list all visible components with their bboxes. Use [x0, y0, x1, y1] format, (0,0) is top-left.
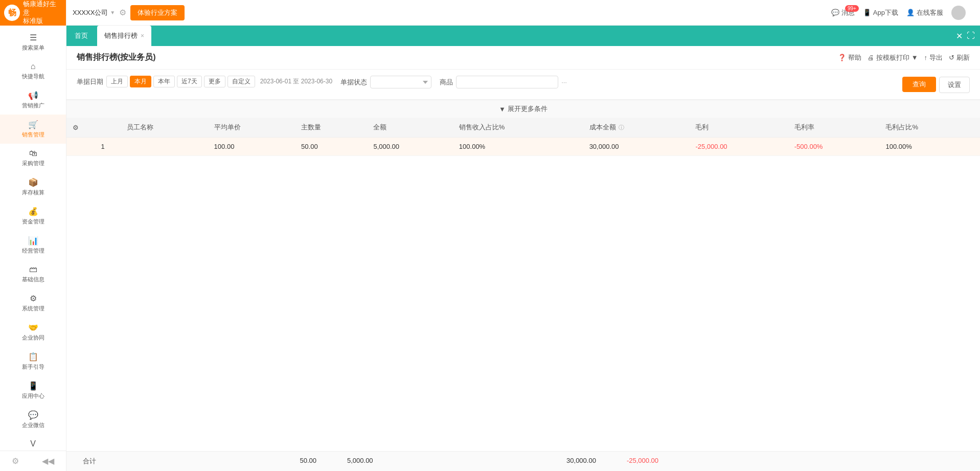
- filter-action-buttons: 查询 设置: [902, 76, 970, 93]
- sidebar-item-sales[interactable]: 🛒 销售管理: [0, 115, 66, 144]
- col-cost: 成本全额 ⓘ: [583, 118, 690, 138]
- sidebar-item-wechat[interactable]: 💬 企业微信: [0, 405, 66, 434]
- message-button[interactable]: 💬 消息 99+: [831, 8, 855, 17]
- sidebar-label-system: 系统管理: [22, 305, 44, 312]
- apps-icon: 📱: [28, 381, 38, 391]
- sidebar-label-nav: 快捷导航: [22, 73, 44, 80]
- collapse-icon[interactable]: ◀◀: [42, 456, 54, 466]
- tab-close-window-icon[interactable]: ✕: [956, 31, 963, 41]
- goods-filter-label: 商品: [440, 78, 453, 87]
- row-name: [121, 138, 208, 156]
- export-button[interactable]: ↑ 导出: [924, 53, 943, 62]
- date-btn-本月[interactable]: 本月: [130, 76, 151, 87]
- col-amount: 全额: [367, 118, 452, 138]
- table-area: ⚙ 员工名称 平均单价 主数量 全额 销售收入占比% 成本全额 ⓘ 毛利 毛利率…: [66, 118, 980, 451]
- filter-section: 单据日期 上月本月本年近7天更多自定义 2023-06-01 至 2023-06…: [66, 70, 980, 118]
- col-rank: [85, 118, 121, 138]
- filter-bar: 单据日期 上月本月本年近7天更多自定义 2023-06-01 至 2023-06…: [66, 70, 980, 100]
- tab-close-icon[interactable]: ×: [141, 32, 144, 39]
- sidebar-item-finance[interactable]: 💰 资金管理: [0, 201, 66, 231]
- date-btn-自定义[interactable]: 自定义: [227, 76, 255, 87]
- sidebar-item-operations[interactable]: 📊 经营管理: [0, 231, 66, 260]
- expand-button[interactable]: ▼ 展开更多条件: [499, 104, 548, 114]
- date-btn-近7天[interactable]: 近7天: [177, 76, 202, 87]
- row-gross-rate: -500.00%: [788, 138, 880, 156]
- avatar[interactable]: [951, 6, 966, 20]
- print-button[interactable]: 🖨 按模板打印 ▼: [868, 53, 918, 62]
- goods-more-icon[interactable]: ···: [561, 78, 567, 86]
- sidebar-label-purchase: 采购管理: [22, 160, 44, 167]
- app-label: App下载: [873, 8, 898, 17]
- sidebar-nav: ☰ 搜索菜单 ⌂ 快捷导航 📢 营销推广 🛒 销售管理 🛍 采购管理 📦 库存核…: [0, 26, 66, 451]
- sidebar-item-basic[interactable]: 🗃 基础信息: [0, 260, 66, 288]
- query-button[interactable]: 查询: [902, 77, 936, 92]
- sidebar-item-guide[interactable]: 📋 新手引导: [0, 347, 66, 376]
- status-filter-label: 单据状态: [340, 78, 367, 87]
- sidebar-label-marketing: 营销推广: [22, 102, 44, 109]
- tab-sales-ranking[interactable]: 销售排行榜 ×: [97, 26, 151, 46]
- sidebar-item-marketing[interactable]: 📢 营销推广: [0, 85, 66, 115]
- footer-cost: 30,000.00: [566, 457, 596, 466]
- trial-button[interactable]: 体验行业方案: [130, 5, 185, 20]
- sidebar-item-nav[interactable]: ⌂ 快捷导航: [0, 57, 66, 85]
- page-header-actions: ❓ 帮助 🖨 按模板打印 ▼ ↑ 导出 ↺ 刷新: [838, 53, 970, 62]
- sidebar-item-collab[interactable]: 🤝 企业协同: [0, 318, 66, 347]
- app-download-button[interactable]: 📱 App下载: [863, 8, 898, 17]
- date-btn-本年[interactable]: 本年: [153, 76, 175, 87]
- service-label: 在线客服: [917, 8, 943, 17]
- row-cost: 30,000.00: [583, 138, 690, 156]
- sidebar-item-member[interactable]: V 畅会员: [0, 434, 66, 451]
- sidebar-item-purchase[interactable]: 🛍 采购管理: [0, 144, 66, 172]
- sidebar-label-operations: 经营管理: [22, 247, 44, 255]
- expand-down-icon: ▼: [499, 105, 506, 113]
- refresh-button[interactable]: ↺ 刷新: [949, 53, 970, 62]
- basic-icon: 🗃: [29, 265, 37, 274]
- settings-gear-icon[interactable]: ⚙: [119, 8, 126, 17]
- cost-info-icon[interactable]: ⓘ: [619, 124, 624, 130]
- sales-icon: 🛒: [28, 120, 38, 129]
- tab-label: 销售排行榜: [104, 31, 138, 40]
- expand-label: 展开更多条件: [508, 104, 548, 114]
- sidebar-label-apps: 应用中心: [22, 392, 44, 400]
- date-filter-label: 单据日期: [77, 77, 103, 86]
- status-select[interactable]: [370, 76, 431, 88]
- print-arrow-icon: ▼: [911, 54, 918, 61]
- date-btn-group: 上月本月本年近7天更多自定义: [106, 76, 255, 87]
- settings-icon[interactable]: ⚙: [12, 456, 19, 466]
- sidebar-label-collab: 企业协同: [22, 334, 44, 342]
- filter-expand-bar: ▼ 展开更多条件: [66, 100, 980, 118]
- footer-amount: 5,000.00: [347, 457, 373, 466]
- table-row: 1 100.00 50.00 5,000.00 100.00% 30,000.0…: [66, 138, 980, 156]
- search-icon: ☰: [30, 33, 37, 42]
- sidebar-item-inventory[interactable]: 📦 库存核算: [0, 172, 66, 201]
- main-area: XXXXX公司 ▼ ⚙ 体验行业方案 💬 消息 99+ 📱 App下载 👤 在线…: [66, 0, 980, 471]
- row-amount: 5,000.00: [367, 138, 452, 156]
- set-button[interactable]: 设置: [939, 77, 970, 93]
- sidebar-item-search[interactable]: ☰ 搜索菜单: [0, 28, 66, 57]
- sidebar-label-finance: 资金管理: [22, 218, 44, 226]
- col-gross-pct: 毛利占比%: [879, 118, 980, 138]
- footer-label-total: 合计: [83, 457, 96, 466]
- topbar: XXXXX公司 ▼ ⚙ 体验行业方案 💬 消息 99+ 📱 App下载 👤 在线…: [66, 0, 980, 26]
- sidebar-label-guide: 新手引导: [22, 363, 44, 371]
- col-settings[interactable]: ⚙: [66, 118, 85, 138]
- online-service-button[interactable]: 👤 在线客服: [906, 8, 943, 17]
- row-gross-pct: 100.00%: [879, 138, 980, 156]
- company-arrow-icon: ▼: [110, 10, 115, 15]
- col-avg-price: 平均单价: [208, 118, 295, 138]
- company-selector[interactable]: XXXXX公司 ▼: [73, 8, 115, 17]
- date-filter: 单据日期 上月本月本年近7天更多自定义 2023-06-01 至 2023-06…: [77, 76, 332, 87]
- help-button[interactable]: ❓ 帮助: [838, 53, 861, 62]
- col-name: 员工名称: [121, 118, 208, 138]
- tab-maximize-icon[interactable]: ⛶: [967, 31, 975, 40]
- date-btn-更多[interactable]: 更多: [204, 76, 225, 87]
- sidebar-item-apps[interactable]: 📱 应用中心: [0, 376, 66, 405]
- refresh-icon: ↺: [949, 54, 954, 61]
- col-sales-pct: 销售收入占比%: [453, 118, 583, 138]
- goods-input[interactable]: [456, 76, 558, 88]
- logo-icon: 畅: [4, 5, 20, 21]
- app-icon: 📱: [863, 9, 871, 16]
- sidebar-item-system[interactable]: ⚙ 系统管理: [0, 288, 66, 318]
- tab-home[interactable]: 首页: [66, 26, 96, 46]
- date-btn-上月[interactable]: 上月: [106, 76, 128, 87]
